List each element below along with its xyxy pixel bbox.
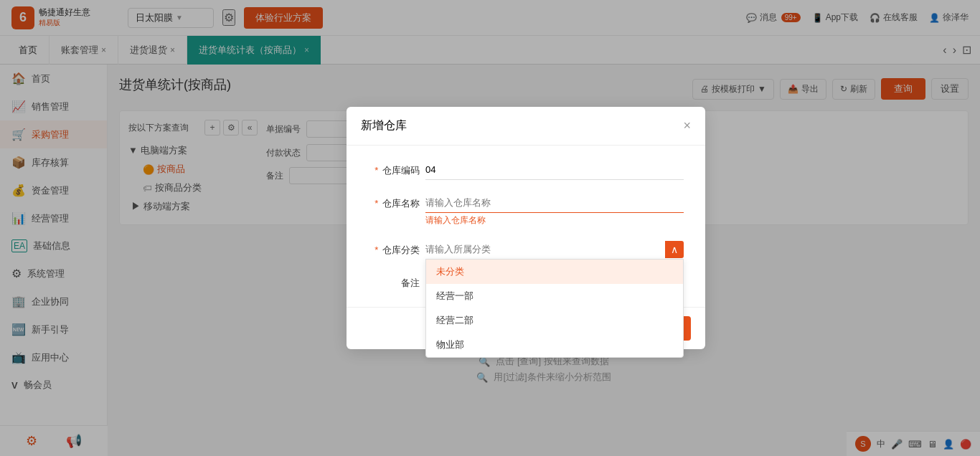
form-row-category: * 仓库分类 ∧ 未分类 经营一部 经营二部 物业部 <box>368 239 684 260</box>
dropdown-item-dept2[interactable]: 经营二部 <box>426 308 683 333</box>
dropdown-item-unclassified[interactable]: 未分类 <box>426 260 683 284</box>
warehouse-code-input[interactable] <box>425 160 684 180</box>
modal-new-warehouse: 新增仓库 × * 仓库编码 * 仓库名称 请输入仓库名称 * <box>347 107 705 349</box>
name-control-wrapper: 请输入仓库名称 <box>425 193 684 227</box>
category-input[interactable] <box>425 239 665 259</box>
modal-title: 新增仓库 <box>361 118 407 133</box>
category-toggle-button[interactable]: ∧ <box>665 241 684 258</box>
category-field-label: * 仓库分类 <box>368 239 425 257</box>
name-field-label: * 仓库名称 <box>368 193 425 210</box>
modal-body: * 仓库编码 * 仓库名称 请输入仓库名称 * 仓库分类 ∧ <box>347 146 705 307</box>
name-error-msg: 请输入仓库名称 <box>425 214 684 227</box>
dropdown-item-dept3[interactable]: 物业部 <box>426 333 683 357</box>
remark-field-label: 备注 <box>368 272 425 290</box>
modal-close-button[interactable]: × <box>683 118 691 133</box>
form-row-code: * 仓库编码 <box>368 160 684 180</box>
category-input-wrapper: ∧ 未分类 经营一部 经营二部 物业部 <box>425 239 684 260</box>
category-dropdown: 未分类 经营一部 经营二部 物业部 <box>425 259 684 358</box>
warehouse-name-input[interactable] <box>425 193 684 213</box>
code-field-label: * 仓库编码 <box>368 160 425 177</box>
modal-header: 新增仓库 × <box>347 107 705 146</box>
form-row-name: * 仓库名称 请输入仓库名称 <box>368 193 684 227</box>
dropdown-item-dept1[interactable]: 经营一部 <box>426 284 683 308</box>
